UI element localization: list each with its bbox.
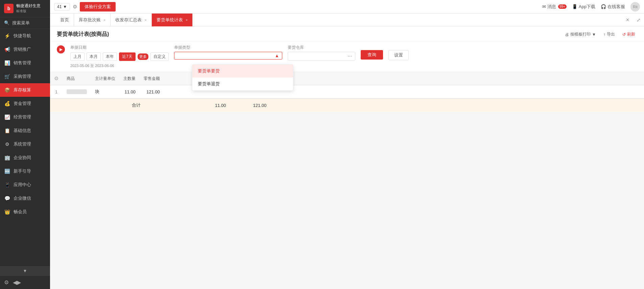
expand-tabs[interactable]: ⤢ xyxy=(633,17,644,23)
type-filter-input[interactable]: ▲ xyxy=(174,52,282,60)
export-label: 导出 xyxy=(607,31,615,37)
sidebar-item-finance[interactable]: 💰 资金管理 xyxy=(0,97,50,110)
sidebar-item-member[interactable]: 👑 畅会员 xyxy=(0,205,50,219)
warehouse-more-icon[interactable]: ··· xyxy=(348,53,352,59)
sidebar-item-sales[interactable]: 📊 销售管理 xyxy=(0,56,50,70)
date-btn-custom[interactable]: 自定义 xyxy=(150,52,169,61)
sidebar-item-label: 快捷导航 xyxy=(14,33,31,39)
col-settings-icon[interactable]: ⚙ xyxy=(54,75,58,81)
type-dropdown-arrow[interactable]: ▲ xyxy=(275,53,279,58)
settings-bottom-icon[interactable]: ⚙ xyxy=(4,279,9,286)
tab-batch-label: 库存批次账 xyxy=(79,17,101,23)
main-area: 41 ▼ ⚙ 体验行业方案 ✉ 消息 99+ 📱 App下载 🎧 在线客服 xyxy=(50,0,644,289)
trial-button[interactable]: 体验行业方案 xyxy=(80,2,116,12)
more-badge: 更多 xyxy=(138,53,148,60)
date-filter-group: 单据日期 上月 本月 本年 近7天 更多 自定义 2023-05-06 至 20… xyxy=(70,45,169,68)
date-btn-up[interactable]: 上月 xyxy=(70,52,85,61)
date-btn-this[interactable]: 本月 xyxy=(87,52,101,61)
sidebar-item-inventory[interactable]: 📦 库存核算 xyxy=(0,83,50,97)
row-num: 1 xyxy=(50,85,63,98)
tab-collect[interactable]: 收发存汇总表 × xyxy=(111,14,151,26)
sidebar-item-label: 采购管理 xyxy=(14,73,31,80)
sidebar: b 畅捷通好生意 标准版 🔍 搜索菜单 ⚡ 快捷导航 📢 营销推广 📊 销售管理… xyxy=(0,0,50,289)
sidebar-item-enterprise[interactable]: 🏢 企业协同 xyxy=(0,151,50,164)
col-header-unit: 主计量单位 xyxy=(91,72,119,85)
data-table: ⚙ 商品 主计量单位 主数量 零售金额 1 xyxy=(50,72,644,98)
warehouse-filter-label: 要货仓库 xyxy=(288,45,355,50)
date-filter-label: 单据日期 xyxy=(70,45,169,50)
sidebar-item-marketing[interactable]: 📢 营销推广 xyxy=(0,43,50,56)
collapse-icon[interactable]: ◀▶ xyxy=(13,279,21,286)
page-actions: 🖨 按模板打印 ▼ ↑ 导出 ↺ 刷新 xyxy=(563,30,637,38)
enterprise-icon: 🏢 xyxy=(4,155,10,160)
marketing-icon: 📢 xyxy=(4,47,10,52)
print-icon: 🖨 xyxy=(565,32,569,37)
refresh-btn[interactable]: ↺ 刷新 xyxy=(620,30,637,38)
tab-home[interactable]: 首页 xyxy=(55,14,74,26)
date-btn-recent7[interactable]: 近7天 xyxy=(119,52,136,61)
product-name-blurred xyxy=(67,89,87,94)
messages-btn[interactable]: ✉ 消息 99+ xyxy=(542,4,567,10)
user-profile[interactable]: Rit xyxy=(630,2,640,12)
dropdown-option-order-req[interactable]: 要货单要货 xyxy=(192,65,293,77)
data-table-container: ⚙ 商品 主计量单位 主数量 零售金额 1 xyxy=(50,72,644,98)
tab-order-stat[interactable]: 要货单统计表 × xyxy=(152,14,193,26)
app-download-btn[interactable]: 📱 App下载 xyxy=(572,4,595,10)
sidebar-item-label: 营销推广 xyxy=(14,46,31,52)
page-content: 要货单统计表(按商品) 🖨 按模板打印 ▼ ↑ 导出 ↺ 刷新 ▶ xyxy=(50,26,644,289)
sidebar-item-shortcut[interactable]: ⚡ 快捷导航 xyxy=(0,29,50,43)
sidebar-bottom: ⚙ ◀▶ xyxy=(0,275,50,289)
sidebar-item-basic[interactable]: 📋 基础信息 xyxy=(0,124,50,137)
guide-icon: 🆕 xyxy=(4,169,10,174)
finance-icon: 💰 xyxy=(4,101,10,106)
tab-batch-close[interactable]: × xyxy=(103,18,105,22)
sidebar-scroll-down[interactable]: ▼ xyxy=(0,266,50,275)
sidebar-item-label: 应用中心 xyxy=(14,182,31,188)
sidebar-item-operation[interactable]: 📈 经营管理 xyxy=(0,110,50,124)
query-button[interactable]: 查询 xyxy=(361,50,383,60)
user-name: Rit xyxy=(633,5,637,9)
tab-collect-close[interactable]: × xyxy=(144,18,146,22)
topbar-settings-icon[interactable]: ⚙ xyxy=(73,4,77,10)
operation-icon: 📈 xyxy=(4,114,10,120)
sidebar-item-weixin[interactable]: 💬 企业微信 xyxy=(0,192,50,205)
sidebar-item-label: 系统管理 xyxy=(14,141,31,147)
shortcut-icon: ⚡ xyxy=(4,33,10,39)
online-service-btn[interactable]: 🎧 在线客服 xyxy=(601,4,625,10)
print-template-btn[interactable]: 🖨 按模板打印 ▼ xyxy=(563,30,598,38)
footer-amount: 121.00 xyxy=(253,103,267,108)
sidebar-item-purchase[interactable]: 🛒 采购管理 xyxy=(0,70,50,83)
dropdown-option-order-ret[interactable]: 要货单退货 xyxy=(192,77,293,90)
app-download-label: App下载 xyxy=(579,4,595,10)
close-all-tabs[interactable]: × xyxy=(622,17,633,23)
inventory-icon: 📦 xyxy=(4,87,10,93)
dropdown-arrow-print: ▼ xyxy=(592,32,596,37)
date-btn-year[interactable]: 本年 xyxy=(103,52,117,61)
topbar: 41 ▼ ⚙ 体验行业方案 ✉ 消息 99+ 📱 App下载 🎧 在线客服 xyxy=(50,0,644,14)
sidebar-item-label: 新手引导 xyxy=(14,168,31,174)
settings-button[interactable]: 设置 xyxy=(388,50,409,60)
type-filter-label: 单据类型 xyxy=(174,45,282,50)
filter-expand-arrow[interactable]: ▶ xyxy=(57,45,65,53)
messages-label: 消息 xyxy=(547,4,556,10)
warehouse-input-field[interactable] xyxy=(291,54,348,59)
sidebar-item-system[interactable]: ⚙ 系统管理 xyxy=(0,137,50,151)
print-label: 按模板打印 xyxy=(570,31,591,37)
tab-batch[interactable]: 库存批次账 × xyxy=(74,14,111,26)
row-amount: 121.00 xyxy=(140,85,164,98)
sidebar-search[interactable]: 🔍 搜索菜单 xyxy=(0,17,50,29)
app-icon: 📱 xyxy=(572,4,577,9)
export-btn[interactable]: ↑ 导出 xyxy=(601,30,617,38)
sidebar-item-apps[interactable]: 📱 应用中心 xyxy=(0,178,50,192)
tab-order-stat-close[interactable]: × xyxy=(186,18,188,22)
type-input-field[interactable] xyxy=(177,53,275,58)
filter-bar: ▶ 单据日期 上月 本月 本年 近7天 更多 自定义 2023-05-06 至 … xyxy=(50,41,644,72)
branch-selector[interactable]: 41 ▼ xyxy=(54,3,70,10)
sidebar-item-guide[interactable]: 🆕 新手引导 xyxy=(0,164,50,178)
logo-name: 畅捷通好生意 xyxy=(16,3,41,9)
user-avatar: Rit xyxy=(630,2,640,12)
weixin-icon: 💬 xyxy=(4,196,10,201)
online-service-label: 在线客服 xyxy=(607,4,625,10)
warehouse-filter-input[interactable]: ··· xyxy=(288,52,355,61)
date-range-display: 2023-05-06 至 2023-06-06 xyxy=(70,63,169,68)
